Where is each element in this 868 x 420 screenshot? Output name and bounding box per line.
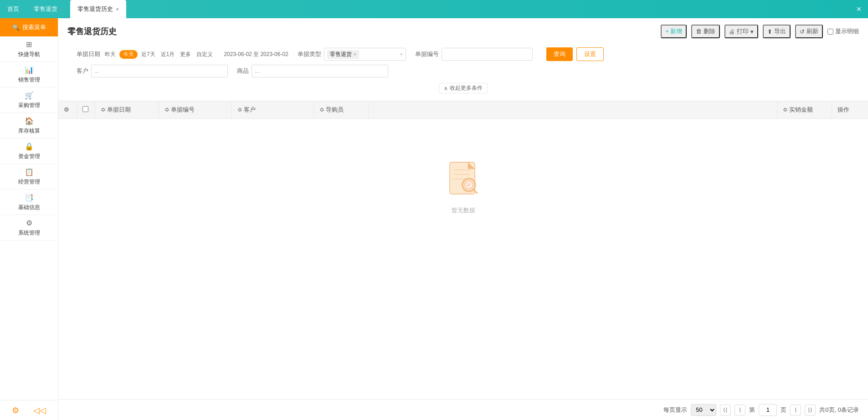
sidebar-item-system-mgmt[interactable]: ⚙ 系统管理 bbox=[0, 215, 58, 241]
date-filter: 单据日期 昨天 今天 近7天 近1月 更多 自定义 bbox=[77, 50, 215, 59]
export-button[interactable]: ⬆ 导出 bbox=[763, 25, 791, 38]
collapse-icon: ∧ bbox=[444, 85, 448, 92]
goods-filter: 商品 ... bbox=[237, 65, 388, 77]
collapse-label: 收起更多条件 bbox=[450, 84, 483, 92]
page-input[interactable] bbox=[759, 404, 777, 416]
refresh-icon: ↺ bbox=[800, 28, 805, 35]
filter-row-1: 单据日期 昨天 今天 近7天 近1月 更多 自定义 2023-06-02 至 2… bbox=[77, 47, 850, 61]
show-detail-checkbox[interactable] bbox=[827, 29, 833, 35]
export-icon: ⬆ bbox=[767, 28, 772, 35]
type-input[interactable]: 零售退货 × ▾ bbox=[324, 48, 406, 61]
col-no: ≎ 单据编号 bbox=[159, 101, 231, 118]
shortcut-today[interactable]: 今天 bbox=[119, 50, 138, 59]
type-filter: 单据类型 零售退货 × ▾ bbox=[298, 48, 406, 61]
tab-home[interactable]: 首页 bbox=[0, 0, 26, 18]
svg-point-6 bbox=[465, 181, 473, 189]
goods-ellipsis[interactable]: ... bbox=[255, 68, 259, 74]
col-op: 操作 bbox=[832, 101, 868, 118]
collapse-button[interactable]: ∧ 收起更多条件 bbox=[439, 83, 488, 93]
new-button[interactable]: + 新增 bbox=[661, 25, 687, 38]
sidebar-label-sales-mgmt: 销售管理 bbox=[18, 76, 40, 84]
print-button[interactable]: 🖨 🖨 打印 打印 ▾ bbox=[724, 25, 758, 38]
header-row: ⚙ ≎ 单据日期 ≎ 单据编号 ≎ 客户 ≎ 导购员 bbox=[58, 101, 868, 118]
col-checkbox[interactable] bbox=[77, 101, 95, 118]
header-actions: + 新增 🗑 删除 🖨 🖨 打印 打印 ▾ ⬆ 导出 ↺ 刷新 bbox=[661, 25, 859, 38]
no-input[interactable] bbox=[442, 48, 533, 61]
settings-icon[interactable]: ⚙ bbox=[12, 405, 19, 415]
col-settings[interactable]: ⚙ bbox=[58, 101, 77, 118]
sidebar-item-quick-nav[interactable]: ⊞ 快捷导航 bbox=[0, 36, 58, 62]
sidebar-icon-finance: 🔒 bbox=[25, 142, 34, 151]
next-page-btn[interactable]: ⟩ bbox=[790, 405, 801, 415]
select-all-checkbox[interactable] bbox=[82, 106, 88, 112]
tab-close-retail-return-history[interactable]: × bbox=[116, 6, 118, 12]
prev-page-btn[interactable]: ⟨ bbox=[734, 405, 745, 415]
last-page-btn[interactable]: ⟩⟩ bbox=[805, 405, 816, 415]
sidebar-bottom: ⚙ ◁◁ bbox=[0, 400, 58, 420]
collapse-row: ∧ 收起更多条件 bbox=[77, 81, 850, 97]
type-dropdown-icon: ▾ bbox=[400, 51, 403, 57]
per-page-select[interactable]: 50 20 100 bbox=[691, 404, 716, 416]
sidebar-item-operation[interactable]: 📋 经营管理 bbox=[0, 164, 58, 190]
page-label: 第 bbox=[749, 406, 755, 414]
audio-icon[interactable]: ◁◁ bbox=[33, 405, 46, 415]
shortcut-yesterday[interactable]: 昨天 bbox=[103, 50, 118, 59]
search-icon: 🔍 bbox=[12, 24, 20, 31]
sidebar-label-quick-nav: 快捷导航 bbox=[18, 51, 40, 58]
query-button[interactable]: 查询 bbox=[546, 47, 573, 61]
print-icon: 🖨 bbox=[729, 28, 735, 35]
sidebar-label-system-mgmt: 系统管理 bbox=[18, 229, 40, 237]
sidebar-item-finance[interactable]: 🔒 资金管理 bbox=[0, 138, 58, 164]
sidebar-item-inventory[interactable]: 🏠 库存核算 bbox=[0, 113, 58, 138]
page-header-top: 零售退货历史 + 新增 🗑 删除 🖨 🖨 打印 打印 ▾ ⬆ 导出 bbox=[67, 25, 859, 38]
goods-input[interactable]: ... bbox=[252, 65, 388, 77]
sidebar-icon-sales-mgmt: 📊 bbox=[25, 65, 34, 74]
sidebar-icon-operation: 📋 bbox=[25, 167, 34, 176]
filter-area: 单据日期 昨天 今天 近7天 近1月 更多 自定义 2023-06-02 至 2… bbox=[67, 43, 859, 101]
action-buttons: 查询 设置 bbox=[546, 47, 604, 61]
filter-row-2: 客户 ... 商品 ... bbox=[77, 65, 850, 77]
window-close-btn[interactable]: × bbox=[850, 0, 868, 18]
table-body: 暂无数据 bbox=[58, 118, 868, 251]
shortcut-1month[interactable]: 近1月 bbox=[159, 50, 177, 59]
page-suffix: 页 bbox=[781, 406, 786, 414]
sidebar-label-purchase-mgmt: 采购管理 bbox=[18, 102, 40, 109]
sidebar-icon-quick-nav: ⊞ bbox=[25, 40, 34, 49]
type-tag-text: 零售退货 bbox=[330, 51, 352, 58]
type-filter-label: 单据类型 bbox=[298, 50, 321, 58]
col-customer: ≎ 客户 bbox=[231, 101, 313, 118]
sidebar-item-sales-mgmt[interactable]: 📊 销售管理 bbox=[0, 62, 58, 87]
no-filter-label: 单据编号 bbox=[415, 50, 439, 58]
first-page-btn[interactable]: ⟨⟨ bbox=[720, 405, 731, 415]
sidebar-label-inventory: 库存核算 bbox=[18, 127, 40, 135]
shortcut-more[interactable]: 更多 bbox=[178, 50, 193, 59]
date-range-text: 2023-06-02 至 2023-06-02 bbox=[224, 51, 288, 58]
customer-ellipsis[interactable]: ... bbox=[94, 68, 99, 74]
empty-cell: 暂无数据 bbox=[58, 118, 868, 251]
empty-text: 暂无数据 bbox=[452, 206, 475, 215]
type-tag-close[interactable]: × bbox=[354, 51, 356, 57]
sidebar-item-purchase-mgmt[interactable]: 🛒 采购管理 bbox=[0, 87, 58, 113]
delete-button[interactable]: 🗑 删除 bbox=[691, 25, 720, 38]
refresh-button[interactable]: ↺ 刷新 bbox=[795, 25, 823, 38]
empty-illustration bbox=[441, 155, 486, 201]
shortcut-custom[interactable]: 自定义 bbox=[195, 50, 215, 59]
customer-input[interactable]: ... bbox=[91, 65, 228, 77]
sidebar-label-operation: 经营管理 bbox=[18, 178, 40, 186]
data-table: ⚙ ≎ 单据日期 ≎ 单据编号 ≎ 客户 ≎ 导购员 bbox=[58, 101, 868, 251]
no-filter: 单据编号 bbox=[415, 48, 533, 61]
sidebar-label-basic-info: 基础信息 bbox=[18, 204, 40, 211]
date-shortcuts: 昨天 今天 近7天 近1月 更多 自定义 bbox=[103, 50, 215, 59]
col-amount: ≎ 实销金额 bbox=[777, 101, 832, 118]
tab-retail-return-history[interactable]: 零售退货历史× bbox=[70, 0, 126, 18]
content-area: 零售退货历史 + 新增 🗑 删除 🖨 🖨 打印 打印 ▾ ⬆ 导出 bbox=[58, 18, 868, 420]
tab-retail-return[interactable]: 零售退货× bbox=[26, 0, 70, 18]
shortcut-7days[interactable]: 近7天 bbox=[139, 50, 157, 59]
tab-close-retail-return[interactable]: × bbox=[60, 6, 63, 12]
filter-settings-button[interactable]: 设置 bbox=[576, 47, 604, 61]
sidebar-item-basic-info[interactable]: 📑 基础信息 bbox=[0, 190, 58, 215]
sidebar-search[interactable]: 🔍 搜索菜单 bbox=[0, 18, 58, 36]
show-detail-toggle[interactable]: 显示明细 bbox=[827, 27, 859, 36]
per-page-label: 每页显示 bbox=[663, 406, 687, 414]
page-title: 零售退货历史 bbox=[67, 26, 117, 37]
